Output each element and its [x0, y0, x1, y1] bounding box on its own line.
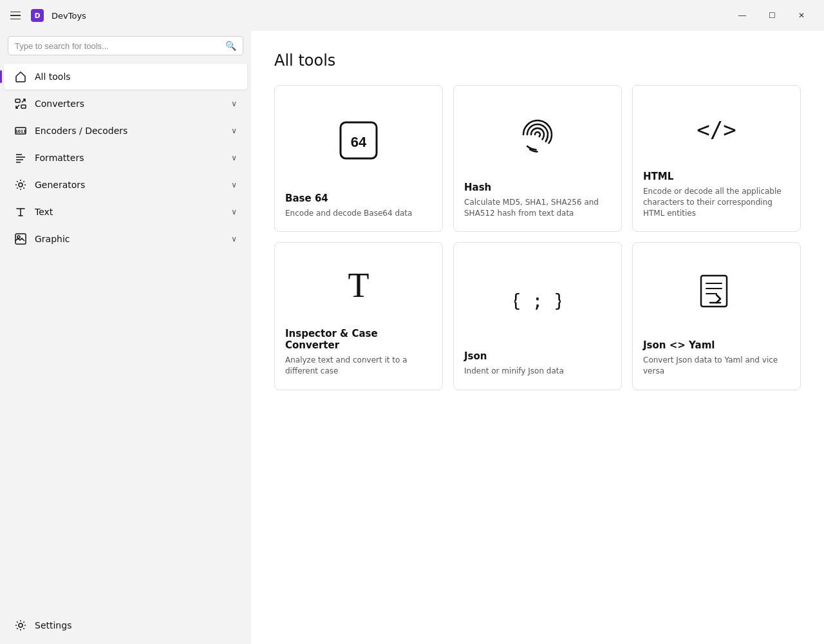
inspector-icon: T — [275, 243, 442, 320]
sidebar-item-formatters[interactable]: Formatters ∨ — [4, 145, 247, 171]
svg-text:{ ; }: { ; } — [514, 290, 561, 312]
sidebar-item-graphic[interactable]: Graphic ∨ — [4, 226, 247, 252]
app-body: 🔍 All tools Converters ∨ — [0, 31, 824, 644]
tool-card-json-yaml[interactable]: Json <> Yaml Convert Json data to Yaml a… — [632, 242, 801, 390]
tool-card-hash-desc: Calculate MD5, SHA1, SHA256 and SHA512 h… — [464, 197, 611, 219]
tool-card-json-title: Json — [464, 350, 611, 362]
tool-card-hash-title: Hash — [464, 182, 611, 193]
chevron-down-icon-3: ∨ — [231, 153, 237, 162]
svg-text:64: 64 — [351, 134, 367, 150]
sidebar-item-encoders-decoders[interactable]: 1011 Encoders / Decoders ∨ — [4, 118, 247, 144]
minimize-button[interactable]: — — [727, 5, 757, 26]
html-icon: </> — [633, 86, 800, 163]
main-content: All tools 64 Base 64 Encode and decode B… — [251, 31, 824, 644]
graphic-icon — [14, 232, 27, 245]
page-title: All tools — [274, 52, 801, 70]
sidebar-item-generators-label: Generators — [35, 180, 223, 190]
tool-card-inspector[interactable]: T Inspector & Case Converter Analyze tex… — [274, 242, 443, 390]
sidebar-item-all-tools[interactable]: All tools — [4, 64, 247, 90]
json-yaml-icon — [633, 243, 800, 332]
svg-rect-2 — [15, 99, 20, 102]
tool-card-html-title: HTML — [643, 171, 790, 182]
chevron-down-icon-6: ∨ — [231, 234, 237, 243]
app-title: DevToys — [52, 11, 86, 21]
svg-text:1011: 1011 — [15, 129, 26, 133]
sidebar-item-graphic-label: Graphic — [35, 234, 223, 244]
tool-card-base64-body: Base 64 Encode and decode Base64 data — [275, 185, 442, 232]
tool-card-base64-title: Base 64 — [285, 193, 432, 204]
maximize-button[interactable]: ☐ — [757, 5, 787, 26]
base64-icon: 64 — [275, 86, 442, 185]
sidebar-item-encoders-label: Encoders / Decoders — [35, 126, 223, 136]
window-controls: — ☐ ✕ — [727, 5, 816, 26]
sidebar-item-text-label: Text — [35, 207, 223, 217]
tool-card-base64[interactable]: 64 Base 64 Encode and decode Base64 data — [274, 85, 443, 232]
hash-icon — [454, 86, 621, 174]
sidebar-item-converters-label: Converters — [35, 99, 223, 109]
tool-card-hash-body: Hash Calculate MD5, SHA1, SHA256 and SHA… — [454, 174, 621, 232]
tool-card-hash[interactable]: Hash Calculate MD5, SHA1, SHA256 and SHA… — [453, 85, 622, 232]
tool-card-base64-desc: Encode and decode Base64 data — [285, 208, 432, 219]
sidebar-item-generators[interactable]: Generators ∨ — [4, 172, 247, 198]
sidebar-item-text[interactable]: Text ∨ — [4, 199, 247, 225]
sidebar-item-settings[interactable]: Settings — [4, 612, 247, 638]
tools-grid: 64 Base 64 Encode and decode Base64 data — [274, 85, 801, 390]
svg-point-13 — [19, 623, 23, 627]
sidebar: 🔍 All tools Converters ∨ — [0, 31, 251, 644]
settings-icon — [14, 619, 27, 632]
sidebar-item-all-tools-label: All tools — [35, 71, 237, 82]
sidebar-item-converters[interactable]: Converters ∨ — [4, 91, 247, 117]
json-icon: { ; } — [454, 243, 621, 343]
tool-card-json-yaml-title: Json <> Yaml — [643, 339, 790, 351]
chevron-down-icon: ∨ — [231, 99, 237, 108]
tool-card-html[interactable]: </> HTML Encode or decode all the applic… — [632, 85, 801, 232]
tool-card-html-body: HTML Encode or decode all the applicable… — [633, 163, 800, 231]
search-icon: 🔍 — [225, 41, 236, 51]
tool-card-json-yaml-desc: Convert Json data to Yaml and vice versa — [643, 355, 790, 377]
tool-card-inspector-desc: Analyze text and convert it to a differe… — [285, 355, 432, 377]
titlebar: D DevToys — ☐ ✕ — [0, 0, 824, 31]
svg-point-10 — [19, 183, 23, 187]
tool-card-json-body: Json Indent or minify Json data — [454, 343, 621, 390]
tool-card-json-desc: Indent or minify Json data — [464, 366, 611, 377]
sidebar-item-settings-label: Settings — [35, 620, 237, 630]
search-input[interactable] — [15, 41, 220, 51]
sidebar-item-formatters-label: Formatters — [35, 153, 223, 163]
tool-card-json-yaml-body: Json <> Yaml Convert Json data to Yaml a… — [633, 332, 800, 390]
hamburger-menu[interactable] — [8, 9, 23, 23]
app-logo: D — [31, 9, 44, 22]
search-box[interactable]: 🔍 — [8, 36, 243, 55]
tool-card-inspector-body: Inspector & Case Converter Analyze text … — [275, 320, 442, 390]
close-button[interactable]: ✕ — [787, 5, 816, 26]
tool-card-json[interactable]: { ; } Json Indent or minify Json data — [453, 242, 622, 390]
svg-text:D: D — [34, 12, 40, 20]
chevron-down-icon-5: ∨ — [231, 207, 237, 216]
chevron-down-icon-2: ∨ — [231, 126, 237, 135]
tool-card-html-desc: Encode or decode all the applicable char… — [643, 186, 790, 218]
svg-text:</>: </> — [697, 117, 736, 142]
chevron-down-icon-4: ∨ — [231, 180, 237, 189]
tool-card-inspector-title: Inspector & Case Converter — [285, 328, 432, 351]
svg-text:T: T — [348, 266, 370, 305]
